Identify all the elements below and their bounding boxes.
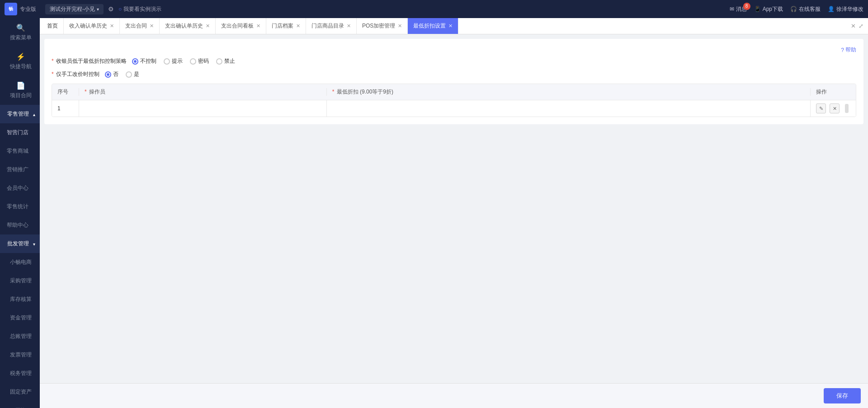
app-download-button[interactable]: 📱 App下载	[754, 5, 783, 13]
help-link[interactable]: ? 帮助	[841, 46, 856, 54]
logo-icon: 畅	[5, 3, 17, 15]
col-seq-label: 序号	[57, 89, 68, 95]
tab-payment-contract-close[interactable]: ✕	[150, 23, 154, 29]
sidebar-item-salary[interactable]: 工资	[0, 401, 40, 408]
tab-expand-icon[interactable]: ⤢	[859, 23, 863, 29]
tab-pos-encrypt[interactable]: POS加密管理 ✕	[357, 18, 408, 34]
topbar-right: ✉ 消息 8 📱 App下载 🎧 在线客服 👤 徐泽华修改	[730, 5, 863, 13]
sidebar-item-finance[interactable]: 资金管理	[0, 309, 40, 327]
wholesale-expand-icon	[33, 241, 35, 247]
settings-icon[interactable]: ⚙	[108, 5, 114, 13]
tab-store-products-close[interactable]: ✕	[347, 23, 351, 29]
sidebar-label-member: 会员中心	[7, 184, 28, 192]
project-icon: 📄	[16, 81, 25, 90]
manual-yes-radio[interactable]	[126, 71, 132, 78]
sidebar-item-marketing[interactable]: 营销推广	[0, 160, 40, 179]
tab-store-products[interactable]: 门店商品目录 ✕	[306, 18, 357, 34]
sidebar-item-shortcut[interactable]: ⚡ 快捷导航	[0, 47, 40, 76]
cell-discount-1[interactable]	[327, 100, 811, 117]
strategy-forbid-radio[interactable]	[216, 58, 222, 65]
sidebar-item-retail-mall[interactable]: 零售商城	[0, 142, 40, 160]
strategy-remind-label: 提示	[172, 57, 183, 65]
cell-action-1: ✎ ✕	[811, 100, 856, 117]
tab-income-confirm[interactable]: 收入确认单历史 ✕	[64, 18, 120, 34]
sidebar-label-purchase: 采购管理	[10, 277, 32, 285]
form-panel: ? 帮助 * 收银员低于最低折扣控制策略 不控制	[44, 39, 863, 124]
col-header-discount: * 最低折扣 (9.00等于9折)	[327, 88, 811, 96]
messages-button[interactable]: ✉ 消息 8	[730, 5, 747, 13]
tab-min-discount-close[interactable]: ✕	[448, 23, 453, 29]
tab-home[interactable]: 首页	[42, 18, 64, 34]
project-selector[interactable]: 测试分开完程-小见	[45, 4, 104, 14]
sidebar-item-purchase[interactable]: 采购管理	[0, 272, 40, 290]
strategy-password-radio[interactable]	[190, 58, 196, 65]
headset-icon: 🎧	[790, 6, 797, 12]
tab-payment-confirm[interactable]: 支出确认单历史 ✕	[160, 18, 216, 34]
sidebar-item-invoice[interactable]: 发票管理	[0, 346, 40, 364]
manual-yes-option[interactable]: 是	[126, 70, 139, 78]
manual-no-option[interactable]: 否	[105, 70, 118, 78]
discount-strategy-text: 收银员低于最低折扣控制策略	[56, 58, 127, 64]
tab-payment-board[interactable]: 支出合同看板 ✕	[216, 18, 266, 34]
required-star-2: *	[52, 71, 54, 77]
main-layout: 🔍 搜索菜单 ⚡ 快捷导航 📄 项目合同 零售管理 智营门店 零售商城 营销推广…	[0, 18, 868, 408]
tab-payment-board-close[interactable]: ✕	[256, 23, 260, 29]
tab-close-all-icon[interactable]: ✕	[851, 23, 856, 29]
sidebar-item-tax[interactable]: 税务管理	[0, 364, 40, 383]
sidebar-item-inventory[interactable]: 库存核算	[0, 290, 40, 309]
tab-pos-encrypt-close[interactable]: ✕	[398, 23, 402, 29]
sidebar-item-smart-store[interactable]: 智营门店	[0, 123, 40, 142]
sidebar-item-member[interactable]: 会员中心	[0, 179, 40, 197]
strategy-password-option[interactable]: 密码	[190, 57, 209, 65]
app-download-label: App下载	[763, 5, 783, 13]
content-area: 首页 收入确认单历史 ✕ 支出合同 ✕ 支出确认单历史 ✕ 支出合同看板 ✕ 门…	[40, 18, 868, 408]
project-name: 测试分开完程-小见	[50, 5, 95, 13]
sidebar-item-help[interactable]: 帮助中心	[0, 216, 40, 234]
sidebar-item-project[interactable]: 📄 项目合同	[0, 76, 40, 105]
manual-no-label: 否	[113, 70, 118, 78]
sidebar-item-fixed-assets[interactable]: 固定资产	[0, 383, 40, 401]
user-profile-button[interactable]: 👤 徐泽华修改	[828, 5, 863, 13]
online-service-button[interactable]: 🎧 在线客服	[790, 5, 821, 13]
sidebar-label-retail: 零售管理	[7, 110, 29, 118]
tab-income-confirm-close[interactable]: ✕	[110, 23, 114, 29]
tab-payment-confirm-label: 支出确认单历史	[165, 22, 203, 30]
discount-strategy-label: * 收银员低于最低折扣控制策略	[52, 57, 127, 65]
strategy-remind-radio[interactable]	[164, 58, 170, 65]
sidebar-item-wholesale[interactable]: 批发管理	[0, 234, 40, 253]
row-edit-button[interactable]: ✎	[816, 103, 826, 113]
online-service-label: 在线客服	[799, 5, 821, 13]
tab-payment-contract[interactable]: 支出合同 ✕	[120, 18, 160, 34]
manual-control-text: 仅手工改价时控制	[56, 71, 99, 77]
help-label: 帮助	[845, 46, 856, 54]
strategy-remind-option[interactable]: 提示	[164, 57, 183, 65]
tab-min-discount[interactable]: 最低折扣设置 ✕	[408, 18, 458, 34]
strategy-no-control-radio[interactable]	[132, 58, 138, 65]
sidebar-item-retail-stats[interactable]: 零售统计	[0, 197, 40, 216]
sidebar-label-help: 帮助中心	[7, 221, 28, 229]
save-button[interactable]: 保存	[824, 388, 861, 403]
row-delete-button[interactable]: ✕	[830, 103, 840, 113]
tab-store-files-close[interactable]: ✕	[296, 23, 300, 29]
question-icon: ?	[841, 47, 844, 53]
sidebar-label-inventory: 库存核算	[10, 295, 32, 303]
search-icon: 🔍	[16, 23, 25, 32]
manual-yes-label: 是	[134, 70, 139, 78]
demo-label: 我要看实例演示	[123, 5, 161, 13]
manual-no-radio[interactable]	[105, 71, 111, 78]
strategy-forbid-label: 禁止	[224, 57, 235, 65]
tab-min-discount-label: 最低折扣设置	[413, 22, 446, 30]
tab-store-files[interactable]: 门店档案 ✕	[266, 18, 306, 34]
tab-bar: 首页 收入确认单历史 ✕ 支出合同 ✕ 支出确认单历史 ✕ 支出合同看板 ✕ 门…	[40, 18, 868, 34]
sidebar-item-ecommerce[interactable]: 小畅电商	[0, 253, 40, 272]
shortcut-icon: ⚡	[16, 52, 25, 61]
sidebar-item-search[interactable]: 🔍 搜索菜单	[0, 18, 40, 47]
sidebar-item-accounting[interactable]: 总账管理	[0, 327, 40, 346]
strategy-no-control-option[interactable]: 不控制	[132, 57, 156, 65]
app-edition: 专业版	[20, 5, 36, 13]
sidebar-item-retail[interactable]: 零售管理	[0, 105, 40, 123]
strategy-forbid-option[interactable]: 禁止	[216, 57, 235, 65]
tab-payment-confirm-close[interactable]: ✕	[206, 23, 210, 29]
cell-operator-1[interactable]	[79, 100, 327, 117]
demo-link[interactable]: ○ 我要看实例演示	[118, 5, 161, 13]
